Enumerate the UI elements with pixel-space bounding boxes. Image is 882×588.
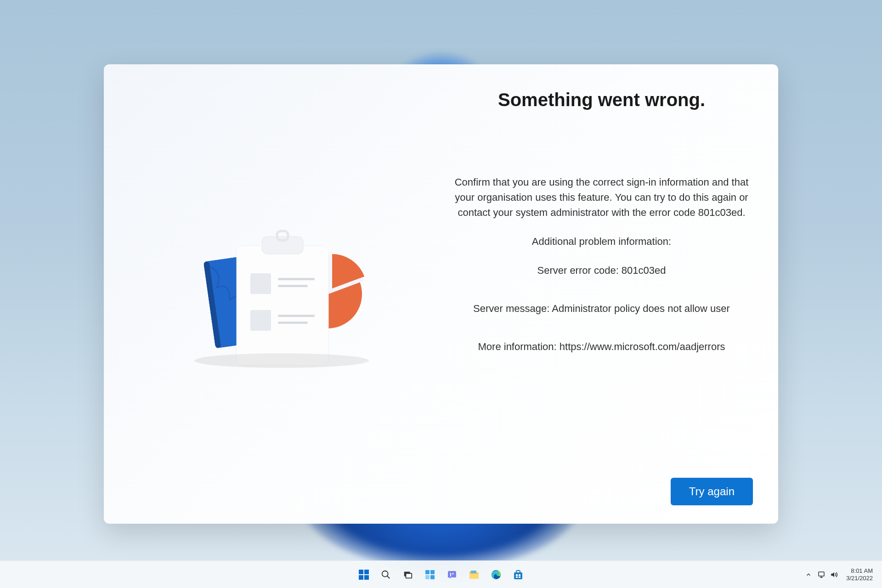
svg-rect-37	[519, 574, 520, 576]
svg-rect-40	[819, 572, 824, 576]
error-additional-label: Additional problem information:	[450, 234, 753, 249]
svg-rect-23	[406, 573, 412, 578]
svg-rect-39	[519, 577, 520, 578]
error-main-text: Confirm that you are using the correct s…	[450, 175, 753, 220]
try-again-button[interactable]: Try again	[671, 478, 753, 505]
error-server-code: Server error code: 801c03ed	[450, 263, 753, 278]
svg-rect-17	[364, 570, 369, 574]
dialog-illustration-pane	[104, 64, 441, 524]
svg-rect-31	[450, 573, 451, 577]
svg-line-21	[387, 576, 390, 578]
clock-time: 8:01 AM	[846, 567, 873, 575]
svg-rect-18	[359, 575, 363, 580]
dialog-content-pane: Something went wrong. Confirm that you a…	[441, 64, 778, 524]
svg-rect-27	[430, 575, 435, 579]
svg-rect-35	[514, 572, 522, 579]
svg-marker-43	[831, 572, 834, 577]
widgets-button[interactable]	[421, 565, 439, 584]
store-button[interactable]	[509, 565, 527, 584]
svg-rect-36	[516, 574, 518, 576]
svg-point-20	[382, 571, 388, 577]
error-more-info: More information: https://www.microsoft.…	[450, 339, 753, 354]
svg-rect-13	[278, 315, 315, 317]
error-server-message: Server message: Administrator policy doe…	[450, 301, 753, 316]
chat-button[interactable]	[443, 565, 461, 584]
svg-rect-11	[278, 285, 308, 287]
svg-rect-14	[278, 322, 308, 324]
svg-rect-26	[425, 575, 430, 579]
network-icon[interactable]	[817, 570, 826, 579]
taskbar-system-tray: 8:01 AM 3/21/2022	[804, 565, 876, 583]
error-body: Confirm that you are using the correct s…	[450, 175, 753, 368]
system-clock[interactable]: 8:01 AM 3/21/2022	[842, 565, 876, 583]
clock-date: 3/21/2022	[846, 575, 873, 582]
svg-rect-19	[364, 575, 369, 580]
svg-rect-16	[359, 570, 363, 574]
search-button[interactable]	[377, 565, 395, 584]
tray-overflow-icon[interactable]	[804, 570, 813, 579]
file-explorer-button[interactable]	[465, 565, 483, 584]
volume-icon[interactable]	[830, 570, 839, 579]
edge-button[interactable]	[487, 565, 505, 584]
svg-rect-25	[430, 570, 435, 574]
svg-rect-10	[278, 278, 315, 280]
svg-rect-24	[425, 570, 430, 574]
taskbar: 8:01 AM 3/21/2022	[0, 560, 882, 588]
svg-rect-38	[516, 577, 518, 578]
svg-point-15	[194, 353, 369, 368]
start-button[interactable]	[355, 565, 373, 584]
svg-rect-6	[237, 246, 328, 365]
svg-rect-33	[471, 571, 476, 573]
svg-rect-12	[250, 310, 271, 331]
error-title: Something went wrong.	[450, 90, 753, 110]
svg-rect-9	[250, 273, 271, 294]
svg-point-32	[452, 573, 454, 574]
taskbar-center	[355, 565, 527, 584]
error-dialog: Something went wrong. Confirm that you a…	[104, 64, 778, 524]
illustration-icon	[158, 202, 387, 386]
task-view-button[interactable]	[399, 565, 417, 584]
